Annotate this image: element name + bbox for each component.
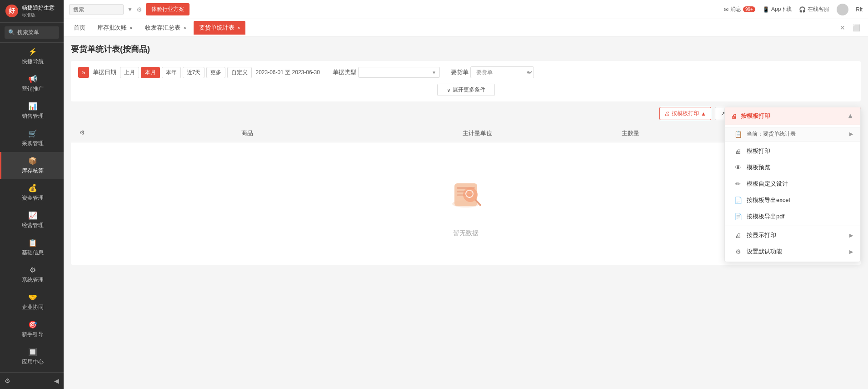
- logo-icon: 好: [5, 5, 18, 17]
- logo-area: 好 畅捷通好生意 标准版: [0, 0, 64, 23]
- print-dropdown-arrow: ▲: [701, 111, 706, 117]
- search-menu-button[interactable]: 🔍 搜索菜单: [5, 26, 59, 39]
- type-filter-area: 单据类型: [333, 67, 440, 78]
- sidebar-item-quick-nav[interactable]: ⚡ 快捷导航: [0, 43, 64, 70]
- print-template-button[interactable]: 🖨 按模板打印 ▲: [659, 107, 711, 120]
- display-print-icon: 🖨: [734, 232, 742, 239]
- message-button[interactable]: ✉ 消息 99+: [724, 5, 755, 13]
- dropdown-divider-2: [725, 226, 860, 226]
- empty-text: 暂无数据: [453, 229, 479, 237]
- yaohuodan-filter-area: 要货单 要货单: [451, 66, 534, 78]
- dropdown-current-item[interactable]: 📋 当前：要货单统计表 ▶: [725, 127, 860, 141]
- main-area: ▼ ⚙ 体验行业方案 ✉ 消息 99+ 📱 App下载 🎧 在线客服 Rit 首…: [64, 0, 868, 389]
- date-btn-7days[interactable]: 近7天: [183, 67, 205, 78]
- expand-more-label: 展开更多条件: [453, 86, 485, 94]
- template-preview-label: 模板预览: [747, 163, 770, 172]
- dropdown-template-preview[interactable]: 👁 模板预览: [725, 159, 860, 176]
- sidebar-item-purchase[interactable]: 🛒 采购管理: [0, 125, 64, 152]
- dropdown-template-export-pdf[interactable]: 📄 按模板导出pdf: [725, 208, 860, 225]
- sidebar: 好 畅捷通好生意 标准版 🔍 搜索菜单 ⚡ 快捷导航 📢 营销推广 📊 销售管理…: [0, 0, 64, 389]
- tab-inventory-batch[interactable]: 库存批次账 ×: [92, 21, 138, 35]
- print-btn-label: 按模板打印: [672, 110, 699, 117]
- print-dropdown-title-area: 🖨 按模板打印: [731, 112, 770, 120]
- settings-footer-button[interactable]: ⚙: [5, 377, 10, 384]
- tab-close-receipt-summary[interactable]: ×: [183, 25, 186, 30]
- inventory-icon: 📦: [28, 157, 37, 165]
- type-select-wrapper: [358, 67, 440, 78]
- tab-close-order-stats[interactable]: ×: [237, 25, 240, 30]
- sidebar-search-area: 🔍 搜索菜单: [0, 23, 64, 43]
- dropdown-set-default[interactable]: ⚙ 设置默认功能 ▶: [725, 243, 860, 260]
- col-settings[interactable]: ⚙: [71, 129, 94, 137]
- print-dropdown-close-button[interactable]: ▲: [847, 112, 854, 120]
- sidebar-item-operation[interactable]: 📈 经营管理: [0, 207, 64, 234]
- yaohuodan-filter-select[interactable]: 要货单: [470, 66, 534, 78]
- display-print-label: 按显示打印: [747, 231, 776, 239]
- tab-close-inventory-batch[interactable]: ×: [130, 25, 132, 30]
- sidebar-item-label: 企业协同: [22, 303, 44, 311]
- expand-more-conditions-button[interactable]: ∨ 展开更多条件: [437, 84, 495, 96]
- filter-more-row: ∨ 展开更多条件: [78, 84, 853, 96]
- template-excel-label: 按模板导出excel: [747, 196, 790, 204]
- template-excel-left: 📄 按模板导出excel: [734, 196, 790, 204]
- type-filter-select[interactable]: [358, 67, 440, 78]
- maximize-window-button[interactable]: ⬜: [850, 23, 863, 32]
- sidebar-item-label: 经营管理: [22, 222, 44, 229]
- sidebar-item-basic[interactable]: 📋 基础信息: [0, 234, 64, 261]
- user-avatar[interactable]: [837, 4, 848, 15]
- sidebar-item-newbie[interactable]: 🎯 新手引导: [0, 316, 64, 343]
- sidebar-item-inventory[interactable]: 📦 库存核算: [0, 152, 64, 179]
- dropdown-template-design[interactable]: ✏ 模板自定义设计: [725, 176, 860, 192]
- print-dropdown-header-icon: 🖨: [731, 113, 737, 120]
- sales-icon: 📊: [28, 102, 37, 111]
- set-default-left: ⚙ 设置默认功能: [734, 248, 782, 256]
- date-btn-this-year[interactable]: 本年: [162, 67, 181, 78]
- online-service-button[interactable]: 🎧 在线客服: [799, 5, 829, 13]
- template-print-label: 模板打印: [747, 147, 770, 155]
- date-btn-last-month[interactable]: 上月: [120, 67, 139, 78]
- sidebar-item-sales[interactable]: 📊 销售管理: [0, 97, 64, 125]
- date-btn-custom[interactable]: 自定义: [227, 67, 252, 78]
- dropdown-template-print[interactable]: 🖨 模板打印: [725, 143, 860, 159]
- message-icon: ✉: [724, 6, 728, 13]
- tab-receipt-summary[interactable]: 收发存汇总表 ×: [140, 21, 191, 35]
- sidebar-item-marketing[interactable]: 📢 营销推广: [0, 70, 64, 97]
- close-window-button[interactable]: ✕: [838, 23, 848, 32]
- tab-order-stats[interactable]: 要货单统计表 ×: [194, 21, 245, 35]
- sidebar-item-finance[interactable]: 💰 资金管理: [0, 179, 64, 207]
- topbar-dropdown-arrow[interactable]: ▼: [127, 6, 133, 13]
- sidebar-item-label: 资金管理: [22, 194, 44, 202]
- basic-icon: 📋: [28, 238, 37, 247]
- finance-icon: 💰: [28, 184, 37, 192]
- collapse-sidebar-button[interactable]: ◀: [54, 377, 59, 384]
- app-download-button[interactable]: 📱 App下载: [763, 5, 792, 13]
- date-btn-this-month[interactable]: 本月: [141, 67, 160, 78]
- type-filter-label: 单据类型: [333, 68, 356, 76]
- system-icon: ⚙: [30, 266, 36, 274]
- search-menu-label: 搜索菜单: [17, 29, 39, 36]
- set-default-icon: ⚙: [734, 248, 742, 255]
- sidebar-item-label: 基础信息: [22, 249, 44, 257]
- sidebar-item-corp[interactable]: 🤝 企业协同: [0, 288, 64, 316]
- sidebar-item-system[interactable]: ⚙ 系统管理: [0, 261, 64, 288]
- quick-nav-icon: ⚡: [28, 47, 37, 56]
- template-print-icon: 🖨: [734, 147, 742, 155]
- date-btn-more[interactable]: 更多: [206, 67, 225, 78]
- trial-industry-button[interactable]: 体验行业方案: [146, 3, 190, 15]
- topbar-gear-icon[interactable]: ⚙: [136, 6, 142, 13]
- empty-icon: [443, 170, 489, 224]
- dropdown-template-export-excel[interactable]: 📄 按模板导出excel: [725, 192, 860, 208]
- template-pdf-left: 📄 按模板导出pdf: [734, 212, 784, 221]
- sidebar-nav: ⚡ 快捷导航 📢 营销推广 📊 销售管理 🛒 采购管理 📦 库存核算 💰 资金管…: [0, 43, 64, 372]
- filter-expand-button[interactable]: »: [78, 67, 89, 78]
- sidebar-item-label: 库存核算: [22, 167, 44, 175]
- marketing-icon: 📢: [28, 75, 37, 83]
- current-label-text: 当前：要货单统计表: [747, 130, 796, 138]
- template-print-left: 🖨 模板打印: [734, 147, 770, 155]
- sidebar-item-appstore[interactable]: 🔲 应用中心: [0, 343, 64, 370]
- dropdown-divider-1: [725, 141, 860, 142]
- topbar-search-input[interactable]: [69, 4, 124, 15]
- sidebar-item-label: 快捷导航: [22, 58, 44, 66]
- tab-home[interactable]: 首页: [69, 21, 90, 35]
- dropdown-display-print[interactable]: 🖨 按显示打印 ▶: [725, 227, 860, 243]
